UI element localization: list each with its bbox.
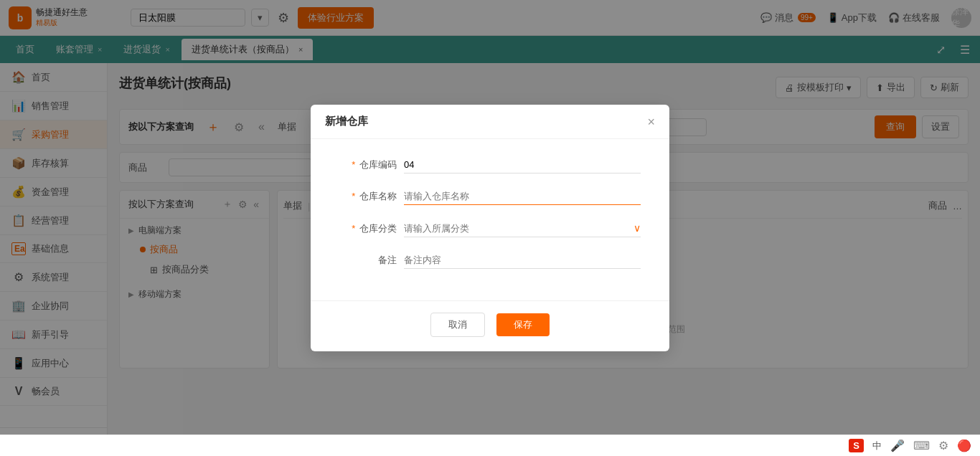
modal-title: 新增仓库	[325, 115, 368, 128]
name-row: * 仓库名称	[339, 188, 641, 205]
category-label: * 仓库分类	[339, 222, 397, 235]
remark-label: 备注	[339, 254, 397, 267]
name-label: * 仓库名称	[339, 190, 397, 203]
category-input[interactable]	[404, 223, 633, 234]
required-star-1: *	[352, 159, 355, 170]
required-star-3: *	[352, 223, 355, 234]
mode-icon[interactable]: 🔴	[957, 439, 971, 452]
code-input[interactable]	[404, 156, 641, 174]
s-logo: S	[849, 439, 864, 452]
name-input[interactable]	[404, 188, 641, 205]
required-star-2: *	[352, 191, 355, 201]
category-dropdown-icon[interactable]: ∨	[633, 222, 641, 234]
modal-body: * 仓库编码 * 仓库名称 * 仓库分类 ∨	[311, 139, 669, 300]
cancel-btn[interactable]: 取消	[430, 313, 485, 337]
zhong-label: 中	[872, 440, 882, 452]
category-row: * 仓库分类 ∨	[339, 219, 641, 237]
save-btn[interactable]: 保存	[496, 313, 550, 336]
modal-close-btn[interactable]: ×	[647, 115, 655, 128]
code-row: * 仓库编码	[339, 156, 641, 174]
mic-icon[interactable]: 🎤	[890, 439, 905, 452]
modal-footer: 取消 保存	[311, 300, 669, 351]
category-select-wrap[interactable]: ∨	[404, 219, 641, 237]
remark-input[interactable]	[404, 252, 641, 269]
remark-row: 备注	[339, 252, 641, 269]
modal-new-warehouse: 新增仓库 × * 仓库编码 * 仓库名称 *	[311, 105, 669, 351]
status-bar: S 中 🎤 ⌨ ⚙ 🔴	[0, 434, 980, 456]
modal-overlay[interactable]: 新增仓库 × * 仓库编码 * 仓库名称 *	[0, 0, 980, 456]
code-label: * 仓库编码	[339, 158, 397, 171]
modal-header: 新增仓库 ×	[311, 105, 669, 139]
settings-icon[interactable]: ⚙	[938, 439, 948, 452]
keyboard-icon[interactable]: ⌨	[913, 439, 930, 452]
